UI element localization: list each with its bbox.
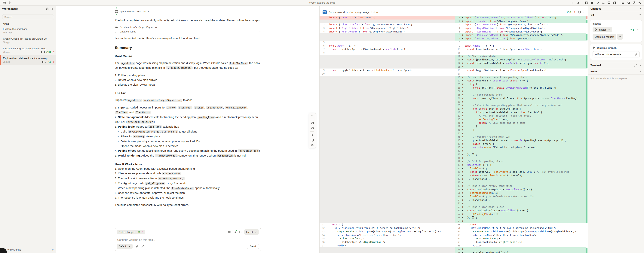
chat-icon[interactable] [590,1,594,4]
git-compare-icon[interactable] [311,144,314,147]
repo-menu-icon[interactable] [637,28,640,31]
terminal-label: Terminal [590,64,601,67]
diff-row: 29+ // New plan detected – open the moda… [320,114,586,118]
monitor-icon[interactable] [311,138,314,142]
gear-icon[interactable] [638,1,641,4]
workspace-item[interactable]: Explore the codebase I want you to exp 7… [0,55,56,65]
files-changed-badge[interactable]: 2 files changed +61 -3 [117,230,145,234]
git-compare-icon[interactable] [596,1,599,4]
diff-new-cell: 41+ [455,156,586,160]
diff-row: 46+ return () => clearInterval(interval)… [320,174,586,177]
section-changes[interactable]: Changes [588,6,644,12]
chevron-down-icon[interactable] [258,30,261,33]
diff-row: 56+ const handlePlanClose = useCallback(… [320,209,586,212]
latest-dropdown[interactable]: Latest [244,229,259,234]
workspace-item[interactable]: Explore the codebase 35m ago [0,26,56,36]
archive-tray-icon[interactable] [3,1,6,4]
model-dropdown[interactable]: Default [117,244,132,249]
copy-icon[interactable] [311,126,314,130]
help-icon[interactable] [632,1,636,4]
todos-indicator[interactable] [234,230,236,234]
section-git[interactable]: Git [588,12,644,18]
panel-left-icon[interactable] [585,1,588,4]
diff-old-cell [320,216,455,220]
view-archive-button[interactable]: View Archive 0 [0,246,56,253]
attach-file-icon[interactable] [135,245,138,248]
section-notes[interactable]: Notes [588,68,644,74]
diff-new-cell: 33+ } [455,128,586,132]
open-pr-button[interactable]: Open pull request [592,34,616,40]
menu-icon[interactable] [621,1,624,4]
stack-icon[interactable] [46,7,49,10]
workspace-item[interactable]: Create Good First Issues on Github So 6h… [0,36,56,46]
megaphone-icon[interactable] [627,1,630,4]
diff-row: 38+ console.error('Failed to load plans:… [320,146,586,149]
bold-text: Modal rendering [118,154,140,157]
diff-old-cell [320,65,455,69]
diff-old-cell [320,111,455,114]
diff-box-icon[interactable] [311,121,314,124]
numbered-list: 1. Imports: Added necessary imports for … [115,105,261,129]
diff-file-header[interactable]: TS /medusa/medusa/src/pages/Agent.tsx +5… [320,6,588,16]
inline-code: ExitPlanMode [162,172,180,175]
expand-terminal-icon[interactable] [634,64,637,67]
diff-minimap-scrollbar[interactable] [586,16,588,253]
diff-old-cell [320,107,455,111]
diff-row: 17 </div>66 </div> [320,244,586,248]
notes-input[interactable]: Add notes about this workspace... [588,74,644,82]
diff-view-icon[interactable] [578,11,581,14]
list-item: 2. Detect when a new plan arrives [115,78,261,82]
diff-new-cell: 17 [455,72,586,76]
play-icon[interactable] [311,134,314,137]
tool-call-row[interactable]: npm run build 2>&1 | tail -80 [115,10,261,13]
commits-ahead-badge[interactable]: 1 [629,28,634,31]
message-input[interactable]: Continue working on this task... [115,236,261,242]
chevron-down-icon [128,245,131,248]
diff-old-cell [320,195,455,198]
monitor-icon[interactable] [608,1,610,4]
diff-row: 35+ // Update tracked plan IDs [320,135,586,139]
chat-scroll-area[interactable]: npm run build 2>&1 | tail -80The build c… [56,6,319,226]
diff-old-cell: 15 <ChatInterface /> [320,237,455,240]
assistant-paragraph: The build completed successfully with no… [115,18,261,23]
annotate-icon[interactable] [141,245,144,248]
tool-status-dot [116,8,117,8]
diff-row: 6+import { PlanReviewModal } from "@/com… [320,34,586,37]
panel-right-icon[interactable] [613,1,616,4]
diff-new-cell: 32+ } [455,124,586,128]
dots-h-icon[interactable] [311,114,314,117]
diff-new-cell: 63 <div className="flex flex-1 overflow-… [455,234,586,237]
diff-new-cell: 56+ const handlePlanClose = useCallback(… [455,209,586,212]
search-input[interactable] [2,14,54,20]
add-workspace-button[interactable] [51,7,54,10]
diff-old-cell: 1-import { useState } from "react"; [320,16,455,20]
terminal-icon[interactable] [602,1,605,4]
diff-new-cell: 15+ [455,65,586,69]
pr-options-button[interactable] [617,34,623,40]
diff-editor[interactable]: 1-import { useState } from "react";1+imp… [320,16,586,253]
section-terminal[interactable]: Terminal [588,62,644,68]
tool-call-row[interactable]: Read medusa/src/pages/Agent.tsx [115,26,261,29]
pause-icon[interactable] [571,1,574,4]
inline-code: useEffect [178,106,193,109]
diff-new-cell: 22+ [455,90,586,93]
tool-call-label: npm run build 2>&1 | tail -80 [120,10,150,13]
branch-selector[interactable]: master [592,27,612,32]
spark-icon[interactable] [228,230,231,234]
send-button[interactable]: Send [247,244,259,249]
exit-icon[interactable] [9,1,12,4]
diff-row: 22+ [320,90,586,93]
diff-old-cell: 3import { RightSidebar } from "@/compone… [320,26,455,30]
diff-row: 40+ }, []); [320,153,586,156]
diff-new-cell: 19+ const loadPlans = useCallback(async … [455,79,586,82]
edit-branch-icon[interactable] [634,53,638,56]
collapse-file-icon[interactable] [582,11,586,14]
working-branch-input[interactable]: vk/3ccf-explore-the-code [592,51,640,58]
tool-status-dot [116,14,117,16]
diff-row: 31+ break; // Only open one at a time [320,121,586,125]
diff-old-cell [320,251,455,253]
diff-new-cell: 24+ const pendingPlans = allPlans.filter… [455,97,586,100]
workspace-item[interactable]: Install and integrate Vibe Kanban Web 7h… [0,46,56,55]
collapse-icon[interactable] [576,1,580,4]
tool-call-row[interactable]: Updated Todos [115,30,261,33]
